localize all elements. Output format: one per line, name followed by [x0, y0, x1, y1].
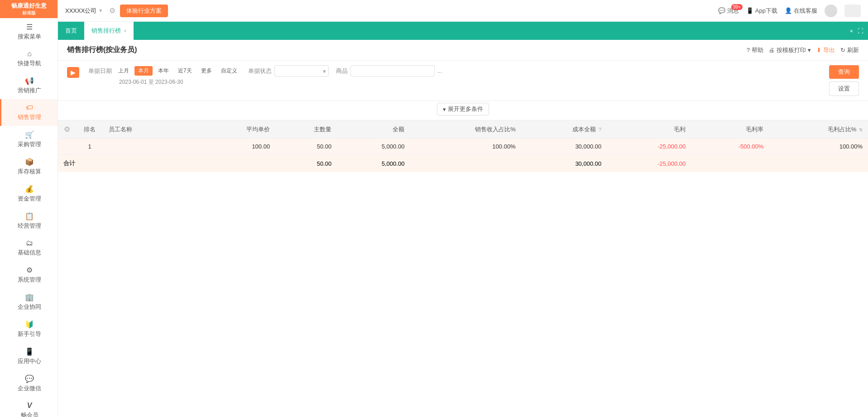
- inventory-icon: 📦: [25, 158, 34, 166]
- sidebar-item-app-center[interactable]: 📱 应用中心: [0, 343, 58, 370]
- filter-toggle-button[interactable]: ▶: [67, 67, 79, 78]
- date-range-row: 2023-06-01 至 2023-06-30: [88, 78, 820, 86]
- sidebar-item-system[interactable]: ⚙ 系统管理: [0, 261, 58, 288]
- tab-sales-ranking[interactable]: 销售排行榜 ×: [84, 22, 134, 40]
- expand-conditions-button[interactable]: ▾ 展开更多条件: [437, 103, 489, 115]
- topbar-gear-icon[interactable]: ⚙: [109, 6, 115, 15]
- table-row: 1 100.00 50.00 5,000.00 100.00% 30,000.0…: [58, 139, 868, 155]
- print-button[interactable]: 🖨 按模板打印 ▾: [769, 46, 811, 54]
- service-icon: 👤: [785, 7, 792, 14]
- user-name-placeholder[interactable]: [844, 5, 861, 17]
- settings-icon[interactable]: ⚙: [64, 125, 70, 133]
- sidebar-item-finance[interactable]: 💰 资金管理: [0, 180, 58, 207]
- purchase-icon: 🛒: [25, 130, 34, 139]
- sidebar-logo: 畅康通好生意 标准版: [0, 0, 58, 18]
- sidebar-item-enterprise[interactable]: 🏢 企业协同: [0, 288, 58, 316]
- cell-avg-price: 100.00: [201, 139, 275, 155]
- main-content: XXXXX公司 ▼ ⚙ 体验行业方案 💬 消息 99+ 📱 App下载 👤 在线…: [58, 0, 868, 417]
- sidebar-item-label: 快捷导航: [18, 59, 41, 67]
- sidebar-item-guide[interactable]: 🔰 新手引导: [0, 316, 58, 343]
- operations-icon: 📋: [25, 212, 34, 220]
- filter-arrow-btn: ▶: [67, 67, 79, 78]
- query-button[interactable]: 查询: [829, 65, 859, 79]
- help-button[interactable]: ? 帮助: [747, 46, 763, 54]
- online-service-button[interactable]: 👤 在线客服: [785, 7, 817, 15]
- date-tab-last7[interactable]: 近7天: [174, 66, 196, 76]
- download-icon: 📱: [746, 7, 753, 14]
- sidebar-item-marketing[interactable]: 📢 营销推广: [0, 72, 58, 99]
- message-icon: 💬: [718, 7, 725, 14]
- sidebar-item-inventory[interactable]: 📦 库存核算: [0, 153, 58, 180]
- online-service-label: 在线客服: [794, 7, 817, 15]
- tab-close-icon[interactable]: ×: [124, 28, 126, 34]
- wechat-icon: 💬: [25, 374, 34, 383]
- table-head: ⚙ 排名 员工名称 平均单价 主数量 全额 销售收入占比% 成本全额 ? 毛利: [58, 120, 868, 139]
- date-tab-cur-month[interactable]: 本月: [134, 66, 153, 76]
- sales-icon: 🏷: [26, 104, 33, 112]
- chevron-down-icon: ▾: [443, 106, 446, 113]
- col-employee-name: 员工名称: [103, 120, 201, 139]
- sidebar-item-quick-nav[interactable]: ⌂ 快捷导航: [0, 45, 58, 72]
- footer-avg-price: [201, 155, 275, 173]
- sidebar-item-label: 畅会员: [21, 411, 38, 417]
- sort-icon[interactable]: ⇅: [859, 127, 863, 132]
- app-download-button[interactable]: 📱 App下载: [746, 7, 777, 15]
- filter-row-1: 单据日期 上月 本月 本年 近7天 更多 自定义 单据状态: [88, 65, 820, 77]
- cell-empty: [58, 139, 76, 155]
- footer-employee: [103, 155, 201, 173]
- goods-input[interactable]: [350, 65, 435, 77]
- table-wrapper: ⚙ 排名 员工名称 平均单价 主数量 全额 销售收入占比% 成本全额 ? 毛利: [58, 120, 868, 417]
- app-center-icon: 📱: [25, 347, 34, 356]
- sidebar-item-label: 库存核算: [18, 168, 41, 176]
- message-button[interactable]: 💬 消息 99+: [718, 7, 739, 15]
- sidebar-item-operations[interactable]: 📋 经营管理: [0, 207, 58, 235]
- date-tab-prev-month[interactable]: 上月: [115, 66, 133, 76]
- filter-more-icon[interactable]: ...: [437, 67, 442, 74]
- tab-maximize-icon[interactable]: ⛶: [858, 28, 863, 34]
- tab-home[interactable]: 首页: [58, 22, 84, 40]
- guide-icon: 🔰: [25, 320, 34, 329]
- base-info-icon: 🗂: [26, 239, 33, 247]
- sidebar-item-wechat[interactable]: 💬 企业微信: [0, 370, 58, 397]
- sidebar-item-search-orders[interactable]: ☰ 搜索菜单: [0, 18, 58, 45]
- help-icon: ?: [747, 47, 750, 53]
- sidebar-item-label: 系统管理: [18, 276, 41, 284]
- col-cost-amount: 成本全额 ?: [521, 120, 607, 139]
- sidebar-item-label: 销售管理: [18, 113, 41, 121]
- sidebar-item-member[interactable]: V 畅会员: [0, 397, 58, 417]
- col-settings[interactable]: ⚙: [58, 120, 76, 139]
- logo-title: 畅康通好生意: [11, 2, 47, 10]
- export-button[interactable]: ⬇ 导出: [816, 46, 835, 54]
- cost-help-icon[interactable]: ?: [599, 127, 601, 132]
- export-icon: ⬇: [816, 47, 821, 53]
- date-tab-custom[interactable]: 自定义: [217, 66, 241, 76]
- tab-minimize-icon[interactable]: ×: [849, 28, 853, 34]
- sidebar-item-base-info[interactable]: 🗂 基础信息: [0, 235, 58, 261]
- col-gross-pct: 毛利占比% ⇅: [769, 120, 868, 139]
- date-tab-more[interactable]: 更多: [197, 66, 216, 76]
- sidebar-item-purchase[interactable]: 🛒 采购管理: [0, 126, 58, 153]
- cell-rank: 1: [76, 139, 103, 155]
- filter-settings-button[interactable]: 设置: [829, 81, 859, 96]
- avatar[interactable]: [825, 5, 837, 17]
- cell-gross-margin: -500.00%: [691, 139, 769, 155]
- trial-button[interactable]: 体验行业方案: [120, 5, 168, 17]
- enterprise-icon: 🏢: [25, 293, 34, 302]
- date-tab-cur-year[interactable]: 本年: [154, 66, 173, 76]
- home-tab-label: 首页: [65, 27, 77, 35]
- status-select[interactable]: [274, 65, 329, 77]
- filter-actions: 查询 设置: [829, 65, 859, 96]
- cell-gross-profit: -25,000.00: [607, 139, 691, 155]
- sidebar: 畅康通好生意 标准版 ☰ 搜索菜单 ⌂ 快捷导航 📢 营销推广 🏷 销售管理 🛒…: [0, 0, 58, 417]
- company-name: XXXXX公司: [65, 7, 96, 15]
- footer-total-amount: 5,000.00: [337, 155, 410, 173]
- active-tab-label: 销售排行榜: [91, 27, 121, 35]
- sidebar-item-label: 企业协同: [18, 303, 41, 311]
- sidebar-item-label: 基础信息: [18, 249, 41, 257]
- footer-main-qty: 50.00: [275, 155, 337, 173]
- status-filter: 单据状态 ▾: [248, 65, 329, 77]
- company-selector[interactable]: XXXXX公司 ▼: [65, 7, 103, 15]
- sidebar-item-sales[interactable]: 🏷 销售管理: [0, 99, 58, 126]
- footer-cost-amount: 30,000.00: [521, 155, 607, 173]
- refresh-button[interactable]: ↻ 刷新: [840, 46, 859, 54]
